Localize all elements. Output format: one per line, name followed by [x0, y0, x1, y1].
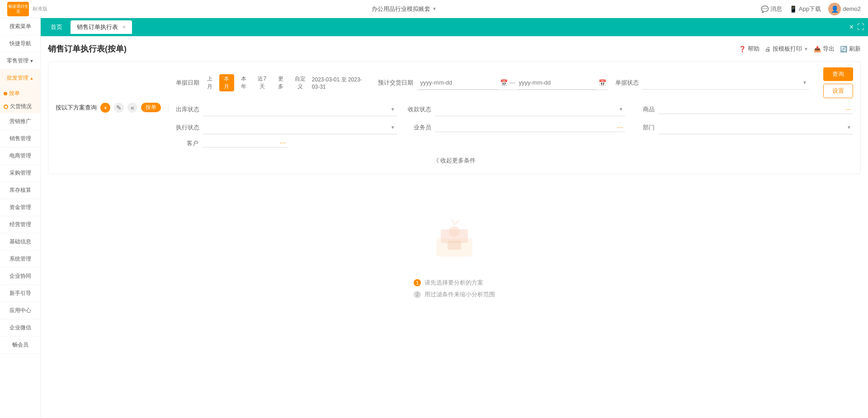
sidebar-item-basic[interactable]: 基础信息: [0, 233, 40, 251]
sidebar-item-nav[interactable]: 快捷导航: [0, 35, 40, 52]
sidebar-item-retail[interactable]: 零售管理 ▼: [0, 52, 40, 70]
sidebar-item-finance[interactable]: 资金管理: [0, 199, 40, 216]
doc-status-dropdown[interactable]: ▼: [642, 76, 809, 90]
shipment-status-input[interactable]: [203, 106, 397, 113]
filter-fields: 单据日期 上月 本月 本年 近7天 更多 自定义 2023-03-01 至 20…: [176, 67, 853, 147]
sidebar-sub-欠货情况[interactable]: 欠货情况: [0, 100, 40, 113]
collapse-btn[interactable]: 《 收起更多条件: [56, 153, 853, 168]
tab-close-icon[interactable]: ×: [123, 24, 126, 30]
salesperson-dots[interactable]: ···: [615, 124, 625, 132]
filter-row-1: 单据日期 上月 本月 本年 近7天 更多 自定义 2023-03-01 至 20…: [176, 67, 853, 98]
salesperson-input[interactable]: [435, 124, 615, 131]
topbar-center: 办公用品行业模拟账套 ▼: [372, 5, 437, 13]
customer-dots[interactable]: ···: [278, 139, 288, 147]
topbar-left: 畅捷通好生意 标准版: [7, 2, 47, 16]
retail-arrow-icon: ▼: [30, 59, 34, 63]
exec-status-input[interactable]: [203, 124, 397, 131]
goods-field: 商品 ···: [632, 105, 853, 114]
help-btn[interactable]: ❓ 帮助: [739, 45, 760, 53]
dot-icon: [4, 92, 7, 95]
add-scheme-btn[interactable]: +: [100, 103, 110, 113]
doc-status-label: 单据状态: [615, 79, 639, 87]
empty-illustration: [427, 216, 481, 270]
sidebar-item-member[interactable]: 畅会员: [0, 337, 40, 354]
user-profile[interactable]: 👤 demo2: [828, 3, 861, 15]
sidebar-item-purchase[interactable]: 采购管理: [0, 165, 40, 182]
dept-label: 部门: [632, 124, 655, 132]
window-expand-btn[interactable]: ⛶: [857, 23, 864, 31]
date-btn-this-year[interactable]: 本年: [236, 74, 251, 91]
delivery-date-start[interactable]: [419, 76, 498, 90]
user-name: demo2: [843, 5, 861, 12]
customer-input[interactable]: [202, 140, 278, 147]
sidebar-item-wechat[interactable]: 企业微信: [0, 319, 40, 337]
customer-field: 客户 ···: [176, 139, 288, 147]
scheme-label: 按以下方案查询: [56, 104, 97, 112]
active-scheme-chip[interactable]: 按单: [141, 103, 161, 112]
messages-btn[interactable]: 💬 消息: [761, 5, 782, 13]
svg-line-4: [454, 220, 459, 225]
window-close-btn[interactable]: ×: [849, 23, 854, 31]
setting-btn[interactable]: 设置: [823, 84, 853, 98]
exec-status-dropdown[interactable]: ▼: [203, 121, 397, 134]
goods-dots[interactable]: ···: [844, 105, 853, 114]
export-btn[interactable]: 📤 导出: [814, 45, 835, 53]
sidebar-item-sales[interactable]: 销售管理: [0, 130, 40, 147]
app-download-btn[interactable]: 📱 App下载: [789, 5, 821, 13]
date-btn-more[interactable]: 更多: [273, 74, 288, 91]
customer-label: 客户: [176, 139, 198, 147]
sidebar: 搜索菜单 快捷导航 零售管理 ▼ 批发管理 ▲ 按单 欠货情况 营销推广 销售管…: [0, 18, 41, 418]
refresh-btn[interactable]: 🔄 刷新: [840, 45, 861, 53]
receipt-status-label: 收款状态: [404, 105, 431, 114]
wholesale-arrow-icon: ▲: [30, 76, 34, 81]
tab-home[interactable]: 首页: [44, 20, 69, 34]
filter-scheme-area: 按以下方案查询 + ✎ « 按单: [56, 103, 169, 113]
dept-dropdown[interactable]: ▼: [658, 121, 853, 134]
filter-row-3: 执行状态 ▼ 业务员: [176, 121, 853, 134]
tip-num-2: 2: [414, 291, 421, 298]
date-btn-this-month[interactable]: 本月: [219, 74, 235, 91]
page-header-actions: ❓ 帮助 🖨 按模板打印 ▼ 📤 导出 🔄: [739, 45, 861, 53]
topbar-right: 💬 消息 📱 App下载 👤 demo2: [761, 3, 861, 15]
date-btn-7days[interactable]: 近7天: [253, 74, 271, 91]
sidebar-item-management[interactable]: 经营管理: [0, 216, 40, 233]
tab-sales-exec[interactable]: 销售订单执行表 ×: [71, 20, 132, 34]
download-icon: 📱: [789, 5, 797, 13]
empty-tip-1: 1 请先选择要分析的方案: [414, 279, 495, 287]
svg-point-2: [449, 226, 460, 237]
sidebar-item-wholesale[interactable]: 批发管理 ▲: [0, 70, 40, 87]
scheme-active: 按单: [141, 103, 161, 112]
app-logo: 畅捷通好生意: [7, 2, 29, 16]
receipt-status-dropdown[interactable]: ▼: [435, 103, 625, 116]
date-btn-custom[interactable]: 自定义: [290, 74, 310, 91]
calendar-icon-1: 📅: [500, 79, 508, 86]
sidebar-item-system[interactable]: 系统管理: [0, 251, 40, 268]
svg-line-5: [452, 219, 454, 225]
date-separator: —: [509, 79, 515, 86]
query-btn[interactable]: 查询: [823, 67, 853, 81]
edit-scheme-btn[interactable]: ✎: [114, 103, 124, 113]
sidebar-item-apps[interactable]: 应用中心: [0, 302, 40, 319]
doc-status-input[interactable]: [642, 79, 809, 86]
sidebar-item-ecommerce[interactable]: 电商管理: [0, 147, 40, 165]
delivery-date-end[interactable]: [517, 76, 597, 90]
sidebar-item-collab[interactable]: 企业协同: [0, 268, 40, 285]
sidebar-item-guide[interactable]: 新手引导: [0, 285, 40, 302]
receipt-status-input[interactable]: [435, 106, 625, 113]
svg-rect-3: [448, 241, 461, 250]
sidebar-item-search[interactable]: 搜索菜单: [0, 18, 40, 35]
collapse-arrow-icon: 《: [433, 157, 441, 164]
goods-input[interactable]: [658, 106, 843, 113]
receipt-status-field: 收款状态 ▼: [404, 103, 625, 116]
exec-status-field: 执行状态 ▼: [176, 121, 397, 134]
sidebar-item-inventory[interactable]: 库存核算: [0, 182, 40, 199]
shipment-status-dropdown[interactable]: ▼: [203, 103, 397, 116]
main-layout: 搜索菜单 快捷导航 零售管理 ▼ 批发管理 ▲ 按单 欠货情况 营销推广 销售管…: [0, 18, 868, 418]
dept-input[interactable]: [658, 124, 853, 131]
sidebar-sub-按单[interactable]: 按单: [0, 87, 40, 100]
collapse-scheme-btn[interactable]: «: [127, 103, 137, 113]
sidebar-item-marketing[interactable]: 营销推广: [0, 113, 40, 130]
topbar-dropdown-icon[interactable]: ▼: [432, 6, 437, 11]
print-btn[interactable]: 🖨 按模板打印 ▼: [765, 45, 808, 53]
date-btn-prev-month[interactable]: 上月: [202, 74, 217, 91]
